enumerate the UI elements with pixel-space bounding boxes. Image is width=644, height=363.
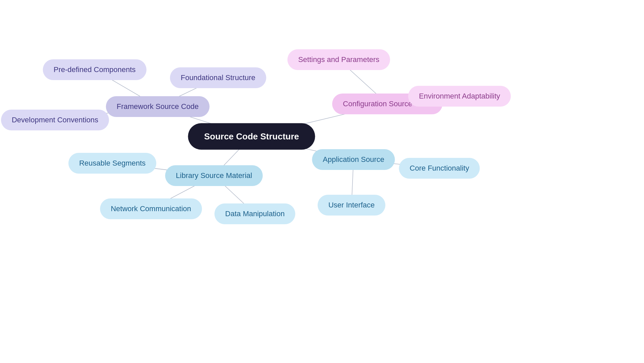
envadapt-node[interactable]: Environment Adaptability — [408, 86, 511, 107]
network-node[interactable]: Network Communication — [100, 198, 202, 219]
center-node[interactable]: Source Code Structure — [188, 123, 315, 150]
settings-node[interactable]: Settings and Parameters — [287, 49, 390, 70]
userinterface-node[interactable]: User Interface — [318, 195, 385, 216]
framework-node[interactable]: Framework Source Code — [106, 96, 210, 117]
datamanip-node[interactable]: Data Manipulation — [214, 203, 295, 224]
devconventions-node[interactable]: Development Conventions — [1, 110, 109, 130]
appsource-node[interactable]: Application Source — [312, 149, 395, 170]
foundational-node[interactable]: Foundational Structure — [170, 67, 266, 88]
corefunc-node[interactable]: Core Functionality — [399, 158, 480, 179]
reusable-node[interactable]: Reusable Segments — [68, 153, 156, 174]
libsource-node[interactable]: Library Source Material — [165, 165, 263, 186]
predefined-node[interactable]: Pre-defined Components — [43, 59, 147, 80]
